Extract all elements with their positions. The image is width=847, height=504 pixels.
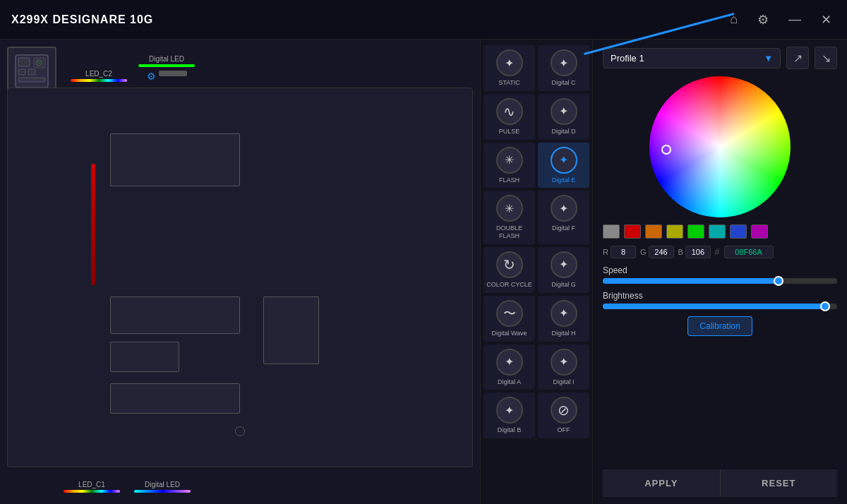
- import-profile-button[interactable]: ↗: [786, 47, 809, 69]
- top-section: LED_C2 Digital LED ⚙: [7, 47, 473, 82]
- flash-icon: ✳: [496, 147, 523, 174]
- tab-led-c1-bar: [64, 490, 120, 493]
- b-value[interactable]: 106: [685, 246, 711, 258]
- effect-pulse[interactable]: ∿ PULSE: [483, 94, 535, 140]
- brightness-slider-thumb[interactable]: [820, 301, 830, 311]
- rgb-row: R 8 G 246 B 106 # 08F66A: [603, 246, 837, 258]
- speed-slider-fill: [603, 278, 779, 284]
- digital-e-label: Digital E: [552, 176, 576, 184]
- swatch-blue[interactable]: [730, 224, 747, 239]
- effect-digital-d[interactable]: ✦ Digital D: [538, 94, 589, 140]
- effect-digital-a[interactable]: ✦ Digital A: [483, 344, 535, 390]
- svg-point-7: [37, 61, 40, 64]
- b-input-group: B 106: [678, 246, 711, 258]
- swatch-cyan[interactable]: [709, 224, 726, 239]
- close-button[interactable]: ✕: [817, 9, 836, 30]
- component-4: [110, 383, 240, 414]
- tab-led-c2-label: LED_C2: [85, 70, 112, 78]
- digital-a-label: Digital A: [498, 378, 521, 386]
- effect-digital-g[interactable]: ✦ Digital G: [538, 247, 589, 293]
- reset-button[interactable]: RESET: [721, 469, 838, 497]
- tab-icons: ⚙: [147, 71, 187, 82]
- digital-e-icon: ✦: [551, 147, 577, 174]
- double-flash-icon: ✳: [496, 195, 523, 222]
- color-wheel[interactable]: [649, 76, 791, 217]
- action-buttons: APPLY RESET: [603, 469, 837, 497]
- main-layout: LED_C2 Digital LED ⚙: [0, 40, 847, 504]
- speed-slider-thumb[interactable]: [774, 276, 783, 286]
- digital-f-label: Digital F: [552, 224, 575, 232]
- title-bar: X299X DESIGNARE 10G ⌂ ⚙ — ✕: [0, 0, 847, 40]
- digital-h-icon: ✦: [551, 300, 577, 327]
- profile-row: Profile 1 ▼ ↗ ↘: [603, 47, 837, 69]
- led-strip-1: [91, 164, 95, 285]
- import-icon: ↗: [793, 52, 803, 65]
- swatch-orange[interactable]: [645, 224, 662, 239]
- speed-slider-track[interactable]: [603, 278, 837, 284]
- tab-led-c2-bar: [71, 79, 127, 82]
- static-label: STATIC: [498, 79, 520, 87]
- effect-digital-e[interactable]: ✦ Digital E: [538, 143, 589, 188]
- r-input-group: R 8: [603, 246, 636, 258]
- component-2: [110, 296, 240, 335]
- svg-rect-2: [18, 69, 25, 75]
- effect-digital-wave[interactable]: 〜 Digital Wave: [483, 296, 535, 342]
- off-label: OFF: [558, 426, 570, 434]
- tab-digital-led-top-bar: [138, 64, 195, 67]
- component-1: [110, 133, 240, 186]
- brightness-slider-fill: [603, 304, 825, 309]
- effect-digital-b[interactable]: ✦ Digital B: [483, 392, 535, 438]
- brightness-section: Brightness: [603, 291, 837, 309]
- swatch-green[interactable]: [687, 224, 704, 239]
- digital-wave-label: Digital Wave: [491, 330, 527, 337]
- app-title: X299X DESIGNARE 10G: [11, 13, 153, 26]
- profile-dropdown[interactable]: Profile 1 ▼: [603, 48, 781, 68]
- svg-rect-1: [18, 58, 30, 66]
- double-flash-label: DOUBLE FLASH: [486, 224, 532, 240]
- export-profile-button[interactable]: ↘: [815, 47, 837, 69]
- effect-digital-c[interactable]: ✦ Digital C: [538, 45, 589, 91]
- board-preview-area: [7, 88, 473, 467]
- settings-button[interactable]: ⚙: [753, 9, 773, 30]
- tab-digital-led-bottom[interactable]: Digital LED: [134, 481, 191, 493]
- effect-digital-f[interactable]: ✦ Digital F: [538, 191, 589, 244]
- profile-label: Profile 1: [611, 53, 644, 64]
- g-value[interactable]: 246: [649, 246, 674, 258]
- calibration-button[interactable]: Calibration: [687, 316, 752, 336]
- effect-flash[interactable]: ✳ FLASH: [483, 143, 535, 188]
- tab-led-c2[interactable]: LED_C2: [71, 70, 127, 82]
- home-button[interactable]: ⌂: [726, 9, 742, 30]
- effect-digital-h[interactable]: ✦ Digital H: [538, 296, 589, 342]
- effect-color-cycle[interactable]: ↻ COLOR CYCLE: [483, 247, 535, 293]
- effect-static[interactable]: ✦ STATIC: [483, 45, 535, 91]
- apply-button[interactable]: APPLY: [603, 469, 721, 497]
- digital-c-label: Digital C: [551, 79, 575, 87]
- r-value[interactable]: 8: [611, 246, 636, 258]
- digital-i-label: Digital I: [553, 378, 574, 386]
- color-swatches: [603, 224, 837, 239]
- brightness-slider-track[interactable]: [603, 304, 837, 309]
- swatch-gray[interactable]: [603, 224, 620, 239]
- swatch-red[interactable]: [624, 224, 641, 239]
- tab-led-c1[interactable]: LED_C1: [64, 481, 120, 493]
- swatch-yellow[interactable]: [666, 224, 683, 239]
- swatch-purple[interactable]: [751, 224, 768, 239]
- color-cycle-label: COLOR CYCLE: [486, 281, 532, 289]
- brightness-label: Brightness: [603, 291, 837, 301]
- digital-led-strip: [159, 71, 187, 76]
- effect-off[interactable]: ⊘ OFF: [538, 392, 589, 438]
- digital-led-icon: ⚙: [147, 71, 156, 82]
- tab-digital-led-top-label: Digital LED: [149, 55, 184, 63]
- speed-label: Speed: [603, 265, 837, 275]
- color-wheel-picker[interactable]: [661, 145, 671, 155]
- tab-led-c1-label: LED_C1: [78, 481, 105, 488]
- hex-value[interactable]: 08F66A: [724, 246, 774, 258]
- minimize-button[interactable]: —: [784, 9, 805, 30]
- circle-indicator: [235, 426, 245, 436]
- effect-double-flash[interactable]: ✳ DOUBLE FLASH: [483, 191, 535, 244]
- digital-b-icon: ✦: [496, 397, 523, 424]
- effect-digital-i[interactable]: ✦ Digital I: [538, 344, 589, 390]
- bottom-tabs: LED_C1 Digital LED: [7, 476, 473, 497]
- tab-digital-led-top[interactable]: Digital LED ⚙: [138, 55, 195, 82]
- hash-symbol: #: [715, 247, 720, 257]
